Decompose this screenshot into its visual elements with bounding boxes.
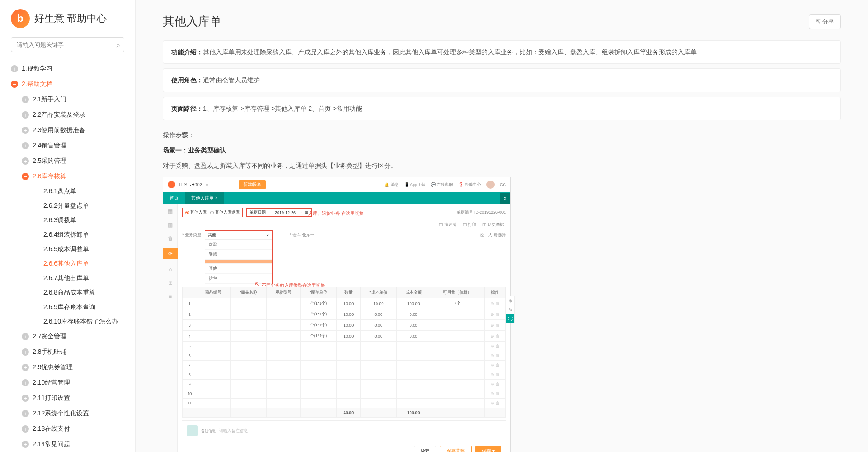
- share-icon: ⇱: [816, 18, 821, 25]
- sidebar-item[interactable]: 2.6.4组装拆卸单: [43, 228, 124, 242]
- sidebar-item-label: 2.6.8商品成本重算: [43, 289, 95, 297]
- sidebar-item[interactable]: 2.6.10库存账本错了怎么办: [43, 314, 124, 329]
- sidebar-item[interactable]: 2.6.7其他出库单: [43, 271, 124, 285]
- sidebar-item-label: 2.11打印设置: [33, 394, 70, 402]
- ss-cancel-button: 放弃: [414, 446, 436, 452]
- sidebar-item[interactable]: 2.6.3调拨单: [43, 213, 124, 228]
- ss-note-input: 请输入备注信息: [219, 428, 501, 434]
- sidebar-item[interactable]: 2.6.2分量盘点单: [43, 199, 124, 213]
- sidebar-item[interactable]: 2.6.5成本调整单: [43, 242, 124, 257]
- ss-handler: 经手人 请选择: [480, 230, 506, 238]
- scene1-title: 场景一：业务类型确认: [163, 147, 841, 155]
- plus-icon: +: [22, 395, 29, 402]
- sidebar-item[interactable]: +2.11打印设置: [22, 390, 124, 406]
- ss-draft-button: 保存草稿: [440, 446, 472, 452]
- intro-text: 其他入库单用来处理除采购入库、产成品入库之外的其他入库业务，因此其他入库单可处理…: [203, 48, 697, 56]
- sidebar-item[interactable]: 2.6.6其他入库单: [43, 257, 124, 271]
- ss-nav-icon: ⟳: [163, 248, 178, 259]
- sidebar-item[interactable]: +2.10经营管理: [22, 375, 124, 390]
- main-content: 其他入库单 ⇱ 分享 功能介绍：其他入库单用来处理除采购入库、产成品入库之外的其…: [136, 0, 868, 452]
- ss-tool: ◫ 历史单据: [481, 221, 506, 228]
- ss-type-label: * 业务类型: [182, 230, 201, 238]
- tool-icon: ⛶: [506, 314, 515, 323]
- sidebar-item[interactable]: +2.1新手入门: [22, 92, 124, 107]
- close-icon: ✕: [500, 193, 510, 204]
- radio-icon: [210, 211, 214, 214]
- sidebar-item-label: 2.6.3调拨单: [43, 216, 76, 224]
- ss-nav-icon: ≡: [167, 293, 174, 300]
- sidebar-item[interactable]: 2.6.8商品成本重算: [43, 285, 124, 300]
- ss-tool: ◫ 打印: [461, 221, 478, 228]
- share-label: 分享: [822, 18, 834, 26]
- sidebar: b 好生意 帮助中心 ⌕ +1.视频学习−2.帮助文档+2.1新手入门+2.2产…: [0, 0, 136, 452]
- sidebar-item[interactable]: 2.6.9库存账本查询: [43, 300, 124, 314]
- sidebar-item[interactable]: +2.14常见问题: [22, 437, 124, 452]
- sidebar-item[interactable]: +1.视频学习: [11, 61, 124, 76]
- steps-label: 操作步骤：: [163, 131, 841, 139]
- sidebar-item[interactable]: +2.5采购管理: [22, 153, 124, 169]
- search-input[interactable]: [11, 37, 124, 52]
- ss-tab-home: 首页: [163, 192, 185, 204]
- plus-icon: +: [22, 410, 29, 417]
- sidebar-item-label: 2.13在线支付: [33, 425, 70, 433]
- dropdown-item: 其他: [205, 264, 272, 274]
- page-title: 其他入库单: [163, 14, 222, 29]
- ss-nav-icon: ▦: [167, 208, 174, 215]
- page-header: 其他入库单 ⇱ 分享: [163, 14, 841, 29]
- plus-icon: +: [22, 111, 29, 119]
- sidebar-item-label: 2.12系统个性化设置: [33, 409, 89, 418]
- sidebar-item[interactable]: +2.9优惠券管理: [22, 360, 124, 375]
- ss-doc-no: 单据编号 IC-20191226-001: [457, 209, 506, 215]
- plus-icon: +: [22, 142, 29, 149]
- ss-tool: ◫ 快速清: [437, 221, 458, 228]
- ss-app: 📱 App下载: [404, 182, 425, 188]
- sidebar-item-label: 2.1新手入门: [33, 95, 66, 104]
- sidebar-item-label: 2.帮助文档: [22, 80, 52, 88]
- chevron-down-icon: ▾: [206, 182, 208, 187]
- ss-dropdown: 其他⌄ 盘盈受赠其他拆包: [205, 230, 273, 284]
- logo-area: b 好生意 帮助中心: [0, 9, 135, 37]
- sidebar-item-label: 2.5采购管理: [33, 157, 66, 165]
- sidebar-item-label: 2.6.9库存账本查询: [43, 303, 95, 311]
- ss-company: TEST-H002: [179, 182, 202, 187]
- sidebar-item[interactable]: +2.2产品安装及登录: [22, 107, 124, 123]
- plus-icon: +: [22, 379, 29, 386]
- minus-icon: −: [22, 173, 29, 180]
- sidebar-item[interactable]: +2.8手机旺铺: [22, 344, 124, 360]
- plus-icon: +: [22, 364, 29, 371]
- ss-nav-icon: ⌂: [167, 266, 174, 273]
- sidebar-item[interactable]: +2.12系统个性化设置: [22, 406, 124, 421]
- site-title: 好生意 帮助中心: [34, 12, 107, 25]
- plus-icon: +: [22, 157, 29, 165]
- role-text: 通常由仓管人员维护: [203, 76, 260, 84]
- search-icon[interactable]: ⌕: [116, 41, 120, 48]
- intro-label: 功能介绍：: [171, 48, 203, 56]
- sidebar-item[interactable]: +2.13在线支付: [22, 421, 124, 437]
- sidebar-item[interactable]: 2.6.1盘点单: [43, 184, 124, 199]
- plus-icon: +: [22, 348, 29, 356]
- plus-icon: +: [11, 65, 18, 72]
- sidebar-item[interactable]: +2.7资金管理: [22, 329, 124, 344]
- chevron-down-icon: ⌄: [266, 232, 269, 238]
- dropdown-item: 受赠: [205, 250, 272, 260]
- path-text: 1、库存核算->库存管理->其他入库单 2、首页->常用功能: [203, 105, 362, 112]
- sidebar-item[interactable]: +2.3使用前数据准备: [22, 123, 124, 138]
- tool-icon: ✎: [506, 305, 515, 314]
- sidebar-item-label: 2.6库存核算: [33, 172, 66, 181]
- path-box: 页面路径：1、库存核算->库存管理->其他入库单 2、首页->常用功能: [163, 97, 841, 120]
- ss-warehouse: * 仓库 仓库一: [290, 230, 314, 238]
- ss-user: CC: [500, 182, 506, 187]
- sidebar-item-label: 2.4销售管理: [33, 142, 66, 150]
- screenshot-image: TEST-H002 ▾ 新建帐套 🔔 消息 📱 App下载 💬 在线客服 ❓ 帮…: [163, 177, 511, 452]
- ss-save-button: 保存 ▾: [475, 446, 501, 452]
- tool-icon: ⊕: [506, 296, 515, 305]
- sidebar-item-label: 1.视频学习: [22, 65, 52, 73]
- sidebar-item[interactable]: −2.6库存核算: [22, 169, 124, 184]
- ss-note-label: 备注信息: [201, 428, 216, 433]
- sidebar-item-label: 2.2产品安装及登录: [33, 111, 85, 119]
- sidebar-item-label: 2.7资金管理: [33, 333, 66, 341]
- sidebar-item[interactable]: −2.帮助文档: [11, 76, 124, 92]
- share-button[interactable]: ⇱ 分享: [809, 14, 841, 29]
- sidebar-item[interactable]: +2.4销售管理: [22, 138, 124, 153]
- path-label: 页面路径：: [171, 105, 203, 112]
